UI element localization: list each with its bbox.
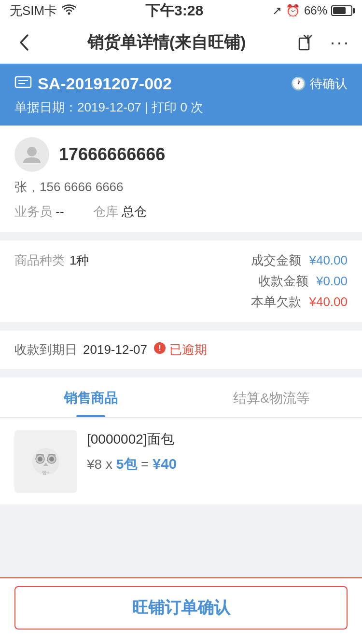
product-types-value: 1种 <box>70 252 89 269</box>
due-date-card: 收款到期日 2019-12-07 ! 已逾期 <box>0 331 362 369</box>
divider-2 <box>0 323 362 331</box>
warning-icon: ! <box>153 341 167 358</box>
more-button[interactable]: ··· <box>328 30 352 55</box>
product-name: [0000002]面包 <box>87 430 348 448</box>
tab-settlement[interactable]: 结算&物流等 <box>181 378 362 417</box>
status-time: 下午3:28 <box>145 1 203 21</box>
customer-card: 17666666666 张，156 6666 6666 业务员 -- 仓库 总仓 <box>0 126 362 232</box>
svg-text:!: ! <box>158 343 161 353</box>
alarm-icon: ⏰ <box>286 4 300 17</box>
salesperson-value: -- <box>56 204 64 219</box>
customer-phone: 17666666666 <box>59 144 165 165</box>
battery-icon <box>331 5 352 16</box>
carrier-text: 无SIM卡 <box>10 2 57 19</box>
total-price: ¥40 <box>153 456 177 472</box>
status-bar: 无SIM卡 下午3:28 ↗ ⏰ 66% <box>0 0 362 21</box>
product-price: ¥8 x 5包 = ¥40 <box>87 455 348 474</box>
warehouse-label: 仓库 <box>93 204 122 219</box>
quantity: 5包 <box>116 457 138 472</box>
customer-meta: 业务员 -- 仓库 总仓 <box>14 203 348 220</box>
avatar <box>14 137 49 172</box>
salesperson-label: 业务员 <box>14 204 56 219</box>
more-icon: ··· <box>330 32 350 53</box>
location-icon: ↗ <box>272 4 282 17</box>
transaction-amount: ¥40.00 <box>309 253 348 268</box>
warehouse-value: 总仓 <box>122 204 147 219</box>
svg-text:管+: 管+ <box>42 470 50 476</box>
owed-label: 本单欠款 <box>251 294 301 310</box>
svg-point-0 <box>68 12 70 14</box>
transaction-label: 成交金额 <box>251 252 301 269</box>
page-title: 销货单详情(来自旺铺) <box>39 31 294 54</box>
bottom-bar: 旺铺订单确认 <box>0 577 362 644</box>
nav-bar: 销货单详情(来自旺铺) ··· <box>0 21 362 64</box>
status-right: ↗ ⏰ 66% <box>272 4 352 17</box>
summary-card: 商品种类 1种 成交金额 ¥40.00 收款金额 ¥0.00 本单欠款 ¥40.… <box>0 240 362 322</box>
overdue-badge: ! 已逾期 <box>153 341 207 358</box>
wifi-icon <box>62 3 76 18</box>
clock-icon: 🕐 <box>291 76 306 91</box>
battery-text: 66% <box>304 4 327 17</box>
divider-3 <box>0 370 362 378</box>
equals: = <box>137 457 153 472</box>
product-info: [0000002]面包 ¥8 x 5包 = ¥40 <box>87 430 348 474</box>
divider-1 <box>0 233 362 240</box>
svg-point-12 <box>38 457 42 462</box>
customer-name: 张，156 6666 6666 <box>14 179 348 196</box>
amount-section: 成交金额 ¥40.00 收款金额 ¥0.00 本单欠款 ¥40.00 <box>251 252 348 310</box>
due-date-label: 收款到期日 <box>14 341 77 358</box>
product-thumbnail: 管+ <box>14 430 77 493</box>
owed-amount: ¥40.00 <box>309 294 348 309</box>
product-types-label: 商品种类 <box>14 252 65 269</box>
share-button[interactable] <box>294 30 319 55</box>
order-header: SA-20191207-002 🕐 待确认 单据日期：2019-12-07 | … <box>0 64 362 126</box>
product-card: 管+ [0000002]面包 ¥8 x 5包 = ¥40 <box>0 419 362 504</box>
due-date-value: 2019-12-07 <box>83 342 147 357</box>
svg-point-13 <box>49 457 54 462</box>
tab-products[interactable]: 销售商品 <box>0 378 181 417</box>
confirm-button[interactable]: 旺铺订单确认 <box>14 586 348 630</box>
status-left: 无SIM卡 <box>10 2 76 19</box>
order-status: 🕐 待确认 <box>291 75 348 92</box>
nav-actions: ··· <box>294 30 352 55</box>
order-id: SA-20191207-002 <box>14 74 172 93</box>
svg-point-6 <box>27 147 37 156</box>
tabs: 销售商品 结算&物流等 <box>0 378 362 418</box>
price-formula: ¥8 x <box>87 457 116 472</box>
payment-amount: ¥0.00 <box>316 274 348 289</box>
order-date: 单据日期：2019-12-07 | 打印 0 次 <box>14 99 348 116</box>
back-button[interactable] <box>10 28 39 57</box>
payment-label: 收款金额 <box>258 273 308 290</box>
order-icon <box>14 74 32 93</box>
svg-rect-3 <box>15 77 31 87</box>
